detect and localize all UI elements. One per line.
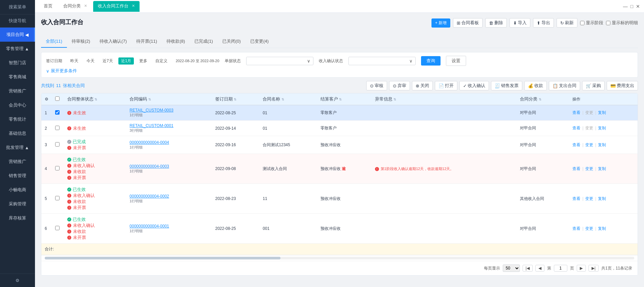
- sidebar-item-sales[interactable]: 销售管理: [0, 169, 35, 183]
- filter-tab-pending-confirm[interactable]: 待收入确认(7): [95, 36, 131, 48]
- sidebar-item-basic-info[interactable]: 基础信息: [0, 126, 35, 140]
- row2-select[interactable]: [55, 126, 60, 130]
- row4-edit-link[interactable]: 变更: [585, 166, 593, 171]
- doc-status-select[interactable]: ∨: [246, 57, 313, 65]
- row6-select[interactable]: [55, 226, 60, 230]
- col-settings[interactable]: ⚙: [41, 93, 52, 105]
- page-size-select[interactable]: 50 10 20 100: [503, 264, 520, 272]
- last-page-button[interactable]: ▶|: [589, 265, 599, 272]
- row1-select[interactable]: [55, 110, 60, 115]
- purchase-button[interactable]: 🛒 采购: [582, 81, 605, 90]
- row4-view-link[interactable]: 查看: [572, 166, 580, 171]
- tab-income-workbench-close[interactable]: ✕: [132, 4, 135, 8]
- query-button[interactable]: 查询: [421, 56, 441, 66]
- row6-copy-link[interactable]: 复制: [598, 226, 606, 231]
- row3-copy-link[interactable]: 复制: [598, 142, 606, 147]
- date-btn-yesterday[interactable]: 昨天: [68, 57, 81, 65]
- sort-date-icon[interactable]: ⇅: [234, 97, 236, 101]
- date-btn-today[interactable]: 今天: [84, 57, 97, 65]
- row5-code-link[interactable]: 0000000000004-0002: [129, 194, 169, 199]
- row5-copy-link[interactable]: 复制: [598, 196, 606, 201]
- row1-view-link[interactable]: 查看: [572, 110, 580, 115]
- sidebar-item-project[interactable]: 项目合同 ◀: [0, 28, 35, 42]
- col-checkbox[interactable]: [52, 93, 64, 105]
- sidebar-item-retail[interactable]: 零售管理 ▲: [0, 42, 35, 56]
- row2-view-link[interactable]: 查看: [572, 126, 580, 130]
- close-button[interactable]: ✕: [636, 4, 640, 9]
- sidebar-item-member[interactable]: 会员中心: [0, 98, 35, 112]
- tab-income-workbench[interactable]: 收入合同工作台 ✕: [93, 1, 140, 12]
- row1-copy-link[interactable]: 复制: [598, 110, 606, 115]
- filter-tab-closed[interactable]: 已关闭(0): [218, 36, 245, 48]
- refresh-button[interactable]: ↻ 刷新: [557, 18, 577, 28]
- sort-abnormal-icon[interactable]: ⇅: [393, 97, 396, 101]
- open-contract-button[interactable]: 📄 打开: [435, 81, 457, 90]
- filter-tab-changed[interactable]: 已变更(4): [245, 36, 273, 48]
- settings-button[interactable]: 设置: [446, 56, 466, 66]
- show-details-checkbox[interactable]: 显示标的明细: [606, 20, 638, 26]
- show-details-input[interactable]: [606, 21, 610, 25]
- date-btn-1month[interactable]: 近1月: [118, 57, 134, 65]
- row6-edit-link[interactable]: 变更: [585, 226, 593, 231]
- date-btn-7days[interactable]: 近7天: [100, 57, 116, 65]
- sidebar-item-retail-stats[interactable]: 零售统计: [0, 112, 35, 126]
- sidebar-item-marketing2[interactable]: 营销推广: [0, 155, 35, 169]
- row3-code-link[interactable]: 0000000000004-0004: [129, 140, 169, 145]
- row1-code-link[interactable]: RETAIL_CUSTOM-0003: [129, 108, 173, 113]
- sort-name-icon[interactable]: ⇅: [281, 97, 284, 101]
- first-page-button[interactable]: |◀: [523, 265, 533, 272]
- show-stages-checkbox[interactable]: 显示阶段: [580, 20, 603, 26]
- abandon-review-button[interactable]: ⊙ 弃审: [389, 81, 410, 90]
- sidebar-item-marketing[interactable]: 营销推广: [0, 84, 35, 98]
- export-button[interactable]: ⬆ 导出: [533, 18, 554, 28]
- minimize-button[interactable]: —: [623, 4, 628, 9]
- row6-view-link[interactable]: 查看: [572, 226, 580, 231]
- sidebar-item-purchase[interactable]: 采购管理: [0, 197, 35, 211]
- row4-code-link[interactable]: 0000000000004-0003: [129, 164, 169, 169]
- payment-button[interactable]: 💰 收款: [524, 81, 547, 90]
- sidebar-settings[interactable]: ⚙: [0, 274, 35, 287]
- show-stages-input[interactable]: [580, 21, 584, 25]
- row6-checkbox[interactable]: [52, 214, 64, 244]
- date-btn-more[interactable]: 更多: [137, 57, 150, 65]
- sort-code-icon[interactable]: ⇅: [148, 97, 151, 101]
- select-all-checkbox[interactable]: [55, 96, 60, 101]
- page-input[interactable]: [554, 265, 567, 272]
- sort-customer-icon[interactable]: ⇅: [339, 97, 342, 101]
- sidebar-item-smart-store[interactable]: 智慧门店: [0, 56, 35, 70]
- prev-page-button[interactable]: ◀: [535, 265, 544, 272]
- expense-button[interactable]: 💳 费用支出: [607, 81, 638, 90]
- row5-view-link[interactable]: 查看: [572, 196, 580, 201]
- tab-home[interactable]: 首页: [39, 0, 57, 12]
- filter-tab-pending-review[interactable]: 待审核(2): [67, 36, 95, 48]
- horizontal-scrollbar[interactable]: [41, 255, 638, 261]
- maximize-button[interactable]: □: [631, 4, 633, 9]
- scroll-thumb[interactable]: [45, 257, 280, 259]
- row5-edit-link[interactable]: 变更: [585, 196, 593, 201]
- filter-tab-pending-payment[interactable]: 待收款(8): [162, 36, 190, 48]
- scroll-track[interactable]: [45, 257, 634, 259]
- sales-invoice-button[interactable]: 🧾 销售发票: [491, 81, 522, 90]
- income-confirm-button[interactable]: ✓ 收入确认: [459, 81, 489, 90]
- filter-tab-completed[interactable]: 已完成(1): [190, 36, 218, 48]
- row6-code-link[interactable]: 0000000000004-0001: [129, 224, 169, 229]
- row3-select[interactable]: [55, 142, 60, 147]
- row4-select[interactable]: [55, 166, 60, 170]
- row2-copy-link[interactable]: 复制: [598, 126, 606, 130]
- add-button[interactable]: + 新增: [431, 18, 450, 28]
- sort-status-icon[interactable]: ⇅: [94, 97, 97, 101]
- sidebar-item-wholesale[interactable]: 批发管理 ▲: [0, 140, 35, 155]
- dashboard-button[interactable]: ⊞ 合同看板: [453, 18, 483, 28]
- expense-contract-button[interactable]: 📋 支出合同: [549, 81, 580, 90]
- row3-checkbox[interactable]: [52, 136, 64, 154]
- date-btn-custom[interactable]: 自定义: [153, 57, 170, 65]
- row1-checkbox[interactable]: [52, 105, 64, 121]
- filter-tab-pending-invoice[interactable]: 待开票(11): [131, 36, 162, 48]
- close-contract-button[interactable]: ⊗ 关闭: [412, 81, 433, 90]
- row2-code-link[interactable]: RETAIL_CUSTOM-0001: [129, 123, 173, 128]
- income-confirm-select[interactable]: ∨: [348, 57, 416, 65]
- sidebar-item-retail-mall[interactable]: 零售商城: [0, 70, 35, 84]
- sidebar-item-inventory[interactable]: 库存核算: [0, 211, 35, 225]
- filter-tab-all[interactable]: 全部(11): [41, 36, 67, 48]
- row3-edit-link[interactable]: 变更: [585, 142, 593, 147]
